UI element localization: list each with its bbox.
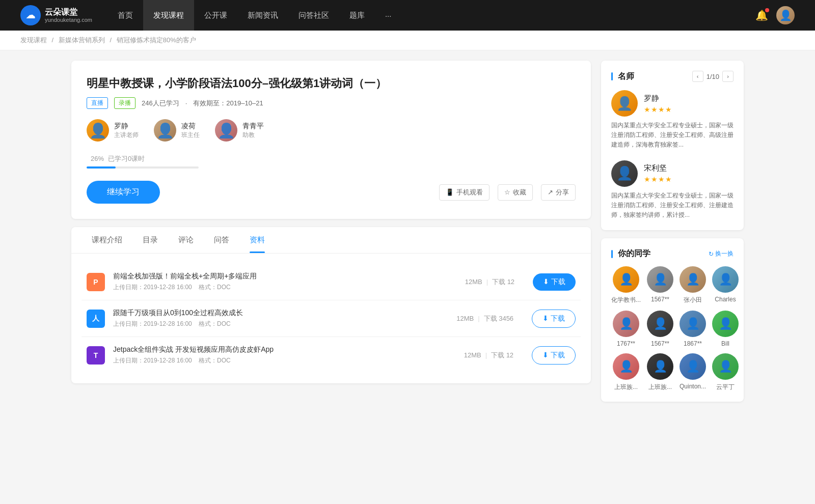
progress-label: 26%已学习0课时 [87,154,576,163]
prev-page-button[interactable]: ‹ [692,71,703,82]
nav-item-首页[interactable]: 首页 [107,0,143,31]
classmate-item[interactable]: 👤 张小田 [680,266,706,304]
classmate-name: 上班族... [614,383,638,391]
classmate-item[interactable]: 👤 Bill [712,311,739,347]
classmate-item[interactable]: 👤 Charles [712,266,739,304]
resource-meta: 上传日期：2019-12-28 16:00 格式：DOC [113,356,456,365]
logo-icon: ☁ [20,5,41,25]
resource-item: 人 跟随千万级项目从0到100全过程高效成长 上传日期：2019-12-28 1… [82,300,581,337]
instructor-item: 👤 青青平 助教 [215,119,264,142]
share-button[interactable]: ↗ 分享 [541,184,576,201]
instructor-info: 凌荷 班主任 [181,122,200,139]
continue-button[interactable]: 继续学习 [87,181,160,204]
classmates-grid: 👤 化学教书... 👤 1567** 👤 张小田 👤 Charles 👤 176… [611,266,734,391]
teacher-name: 宋利坚 [644,163,672,173]
teacher-stars: ★★★★ [644,105,672,114]
teacher-avatar[interactable]: 👤 [611,160,638,187]
classmate-avatar: 👤 [647,266,673,293]
nav-item-发现课程[interactable]: 发现课程 [143,0,194,31]
phone-watch-button[interactable]: 📱 手机观看 [439,184,490,201]
nav-item-题库[interactable]: 题库 [339,0,375,31]
notification-dot [765,8,769,12]
teacher-desc: 国内某重点大学安全工程专业硕士，国家一级注册消防工程师、注册安全工程师、注册建造… [611,191,734,220]
resource-stats: 12MB | 下载 12 [465,277,514,287]
tab-目录[interactable]: 目录 [132,227,168,253]
teacher-avatar[interactable]: 👤 [611,90,638,117]
course-students: 246人已学习 [142,99,179,108]
resource-name: 前端全栈加强版！前端全栈+全周期+多端应用 [113,272,457,281]
logo-text: 云朵课堂 yundouketang.com [45,7,92,23]
download-button[interactable]: ⬇ 下载 [532,346,576,365]
classmate-name: 1567** [651,296,669,303]
classmate-avatar: 👤 [613,311,639,337]
teacher-desc: 国内某重点大学安全工程专业硕士，国家一级注册消防工程师、注册安全工程师、高级注册… [611,121,734,150]
classmates-title: 你的同学 [611,248,650,259]
course-valid-until: 有效期至：2019–10–21 [193,99,263,108]
classmate-item[interactable]: 👤 1567** [647,311,673,347]
classmate-name: 张小田 [684,296,702,304]
nav-item-···[interactable]: ··· [375,0,402,31]
teacher-item: 👤 罗静 ★★★★ 国内某重点大学安全工程专业硕士，国家一级注册消防工程师、注册… [611,90,734,150]
classmate-name: 云平丁 [716,383,735,391]
course-actions: 继续学习 📱 手机观看 ☆ 收藏 ↗ 分享 [87,181,576,204]
classmate-item[interactable]: 👤 1767** [611,311,641,347]
classmate-item[interactable]: 👤 1567** [647,266,673,304]
breadcrumb: 发现课程 / 新媒体营销系列 / 销冠修炼术搞定80%的客户 [0,31,815,50]
logo[interactable]: ☁ 云朵课堂 yundouketang.com [20,5,92,25]
next-page-button[interactable]: › [722,71,734,82]
breadcrumb-item-0[interactable]: 发现课程 [20,36,47,44]
refresh-button[interactable]: ↻ 换一换 [709,249,734,258]
classmate-item[interactable]: 👤 Quinton... [680,353,706,391]
tabs-card: 课程介绍目录评论问答资料 P 前端全栈加强版！前端全栈+全周期+多端应用 上传日… [71,227,591,383]
bell-icon[interactable]: 🔔 [755,9,768,21]
classmate-avatar: 👤 [712,311,739,337]
resource-meta: 上传日期：2019-12-28 16:00 格式：DOC [113,283,457,292]
classmate-avatar: 👤 [613,353,639,380]
classmate-item[interactable]: 👤 化学教书... [611,266,641,304]
download-button[interactable]: ⬇ 下载 [532,310,576,328]
user-avatar[interactable]: 👤 [776,6,795,24]
badge-live: 直播 [87,97,108,109]
teacher-stars: ★★★★ [644,175,672,183]
instructor-info: 青青平 助教 [242,122,264,139]
resource-icon: T [87,346,105,365]
course-meta: 直播 录播 246人已学习 · 有效期至：2019–10–21 [87,97,576,109]
nav-item-新闻资讯[interactable]: 新闻资讯 [237,0,288,31]
classmate-item[interactable]: 👤 上班族... [611,353,641,391]
tab-课程介绍[interactable]: 课程介绍 [82,227,132,253]
download-button[interactable]: ⬇ 下载 [533,273,576,291]
breadcrumb-item-1[interactable]: 新媒体营销系列 [59,36,105,44]
nav-item-公开课[interactable]: 公开课 [194,0,237,31]
classmate-item[interactable]: 👤 云平丁 [712,353,739,391]
resource-name: Jetpack全组件实战 开发短视频应用高仿皮皮虾App [113,345,456,354]
nav-item-问答社区[interactable]: 问答社区 [288,0,339,31]
progress-bar-fill [87,166,116,169]
instructor-item: 👤 凌荷 班主任 [154,119,200,142]
course-header-card: 明星中教授课，小学阶段语法100分–强化级第1讲动词（一） 直播 录播 246人… [71,61,591,219]
right-sidebar: 名师 ‹ 1/10 › 👤 罗静 ★★★★ 国内某重点大学安全工程专业硕士，国家… [601,61,744,410]
resource-stats: 12MB | 下载 3456 [456,314,513,323]
classmates-card: 你的同学 ↻ 换一换 👤 化学教书... 👤 1567** 👤 张小田 👤 Ch… [601,238,744,402]
instructor-name: 罗静 [114,122,139,131]
resource-item: P 前端全栈加强版！前端全栈+全周期+多端应用 上传日期：2019-12-28 … [82,264,581,300]
resource-icon: P [87,273,105,291]
classmate-item[interactable]: 👤 1867** [680,311,706,347]
classmate-name: 1767** [617,340,635,347]
tab-问答[interactable]: 问答 [204,227,239,253]
teacher-name-info: 宋利坚 ★★★★ [644,163,672,183]
pagination-ctrl: ‹ 1/10 › [692,71,734,82]
left-content: 明星中教授课，小学阶段语法100分–强化级第1讲动词（一） 直播 录播 246人… [71,61,591,410]
teachers-card: 名师 ‹ 1/10 › 👤 罗静 ★★★★ 国内某重点大学安全工程专业硕士，国家… [601,61,744,230]
resource-stats: 12MB | 下载 12 [464,351,513,360]
course-title: 明星中教授课，小学阶段语法100分–强化级第1讲动词（一） [87,76,576,91]
classmate-item[interactable]: 👤 上班族... [647,353,673,391]
tabs-nav: 课程介绍目录评论问答资料 [71,227,591,254]
progress-bar-bg [87,166,199,169]
resource-name: 跟随千万级项目从0到100全过程高效成长 [113,309,448,318]
phone-icon: 📱 [446,188,454,196]
collect-button[interactable]: ☆ 收藏 [498,184,533,201]
breadcrumb-item-2[interactable]: 销冠修炼术搞定80%的客户 [117,36,196,44]
tab-资料[interactable]: 资料 [239,227,275,253]
classmate-name: Quinton... [680,383,706,390]
tab-评论[interactable]: 评论 [168,227,204,253]
